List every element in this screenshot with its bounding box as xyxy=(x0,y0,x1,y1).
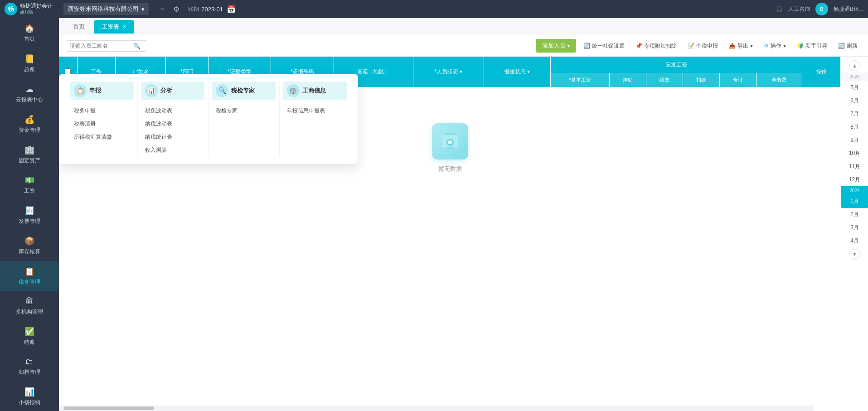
menu-item-tax-expert[interactable]: 税检专家 xyxy=(212,104,276,117)
menu-item-tax-burden[interactable]: 税负波动表 xyxy=(141,104,205,117)
cal-month-8[interactable]: 8月 xyxy=(841,121,868,134)
tax-return-icon: 📝 xyxy=(688,43,694,49)
shenbao-icon: 📋 xyxy=(74,84,87,97)
tab-home[interactable]: 首页 xyxy=(66,20,92,34)
ledger-icon: 📒 xyxy=(24,54,34,64)
refresh-action[interactable]: 🔄 刷新 xyxy=(834,40,861,52)
sidebar-item-fund[interactable]: 💰 资金管理 xyxy=(0,109,59,140)
special-deduct-action[interactable]: 📌 专项附加扣除 xyxy=(632,40,680,52)
sidebar-label-cloud-report: 云报表中心 xyxy=(16,96,43,104)
main-layout: 🏠 首页 📒 总账 ☁ 云报表中心 💰 资金管理 🏢 固定资产 💵 工资 🧾 发… xyxy=(0,18,868,411)
help-label[interactable]: 人工咨询 xyxy=(788,5,810,13)
menu-item-annual-report[interactable]: 年报信息申报表 xyxy=(283,104,347,117)
export-chevron: ▾ xyxy=(750,43,753,49)
shuijian-icon: 🔍 xyxy=(216,84,228,97)
sidebar-item-multi-org[interactable]: 🏛 多机构管理 xyxy=(0,291,59,321)
sidebar-label-ledger: 总账 xyxy=(24,66,35,73)
cal-month-2[interactable]: 2月 xyxy=(841,208,868,221)
cal-year-2023-label: 2023 xyxy=(841,73,868,81)
menu-item-income-tax[interactable]: 所得税汇算清缴 xyxy=(70,131,134,144)
cal-month-10[interactable]: 10月 xyxy=(841,147,868,160)
header-actions: + ⚙ xyxy=(158,4,181,15)
empty-text: 暂无数据 xyxy=(438,165,462,173)
user-label[interactable]: 畅捷通B组... xyxy=(834,5,863,13)
sidebar-label-fund: 资金管理 xyxy=(19,126,40,134)
headset-icon: 🎧 xyxy=(776,6,783,12)
home-icon: 🏠 xyxy=(24,24,34,34)
calendar-icon[interactable]: 📅 xyxy=(225,4,238,15)
sidebar-label-invoice: 发票管理 xyxy=(19,218,40,225)
logo-area: 畅 畅捷通好会计 旗舰版 xyxy=(5,3,63,15)
company-selector[interactable]: 西安虾米网络科技有限公司 ▾ xyxy=(63,3,149,15)
cal-month-12[interactable]: 12月 xyxy=(841,173,868,186)
gear-icon: ⚙ xyxy=(764,43,769,49)
cal-month-5[interactable]: 5月 xyxy=(841,81,868,94)
sidebar-item-invoice[interactable]: 🧾 发票管理 xyxy=(0,200,59,231)
select-all-checkbox[interactable] xyxy=(65,68,71,74)
menu-item-tax-return[interactable]: 税务申报 xyxy=(70,104,134,117)
period-label: 账期 xyxy=(188,5,199,13)
tab-salary[interactable]: 工资表 ✕ xyxy=(94,20,134,34)
operations-chevron: ▾ xyxy=(783,43,786,49)
cal-month-1-active[interactable]: 1月 xyxy=(841,195,868,208)
menu-section-gongshang-header: 🏢 工商信息 xyxy=(283,82,347,100)
sidebar-item-salary[interactable]: 💵 工资 xyxy=(0,170,59,200)
settings-icon[interactable]: ⚙ xyxy=(171,4,181,15)
sidebar-item-inventory[interactable]: 📦 库存核算 xyxy=(0,231,59,261)
sidebar-item-archive[interactable]: 🗂 归档管理 xyxy=(0,352,59,382)
sidebar-item-checkout[interactable]: ✅ 结账 xyxy=(0,321,59,352)
tax-return-label: 个税申报 xyxy=(696,42,718,50)
shenbao-title: 申报 xyxy=(89,87,101,95)
new-guide-action[interactable]: 🔰 新手引导 xyxy=(793,40,831,52)
export-action[interactable]: 📤 导出 ▾ xyxy=(725,40,756,52)
cal-nav-up[interactable]: ▲ xyxy=(849,60,860,71)
add-company-icon[interactable]: + xyxy=(158,4,166,14)
sidebar-item-xiao-report[interactable]: 📊 小畅报销 xyxy=(0,382,59,411)
cal-nav-down[interactable]: ▼ xyxy=(849,249,860,260)
horizontal-scrollbar[interactable] xyxy=(63,406,154,410)
sidebar-item-home[interactable]: 🏠 首页 xyxy=(0,18,59,48)
sidebar-label-tax: 税务管理 xyxy=(19,278,40,286)
sidebar-label-multi-org: 多机构管理 xyxy=(16,308,43,316)
sidebar-label-checkout: 结账 xyxy=(24,338,35,346)
cal-month-3[interactable]: 3月 xyxy=(841,221,868,234)
menu-section-fenxi-header: 📊 分析 xyxy=(141,82,205,100)
table-wrap: 工号 ↕ *姓名 *部门 *证据类型 *证据号码 国籍（地区） *人员状态 ▾ … xyxy=(59,57,841,411)
menu-item-income-calc[interactable]: 收入测算 xyxy=(141,144,205,157)
menu-item-tax-wave[interactable]: 纳税波动表 xyxy=(141,117,205,131)
cal-month-9[interactable]: 9月 xyxy=(841,134,868,147)
social-insurance-action[interactable]: 🔄 统一社保设置 xyxy=(580,40,628,52)
sidebar-item-tax[interactable]: 📋 税务管理 xyxy=(0,261,59,291)
cal-month-6[interactable]: 6月 xyxy=(841,94,868,107)
empty-icon xyxy=(432,123,468,160)
scrollbar-area xyxy=(59,406,814,411)
tax-return-action[interactable]: 📝 个税申报 xyxy=(684,40,722,52)
tab-salary-close[interactable]: ✕ xyxy=(122,24,126,30)
cal-month-7[interactable]: 7月 xyxy=(841,107,868,121)
header-right: 🎧 人工咨询 B 畅捷通B组... xyxy=(776,3,863,15)
company-name: 西安虾米网络科技有限公司 xyxy=(68,5,139,13)
refresh-label: 刷新 xyxy=(847,42,858,50)
social-insurance-label: 统一社保设置 xyxy=(592,42,625,50)
add-person-button[interactable]: 添加人员 ▾ xyxy=(536,39,576,53)
logo-icon: 畅 xyxy=(5,3,17,15)
gongshang-icon: 🏢 xyxy=(287,84,300,97)
cal-month-4[interactable]: 4月 xyxy=(841,234,868,247)
sidebar-item-cloud-report[interactable]: ☁ 云报表中心 xyxy=(0,79,59,109)
sidebar-item-ledger[interactable]: 📒 总账 xyxy=(0,48,59,79)
operations-action[interactable]: ⚙ 操作 ▾ xyxy=(760,40,790,52)
search-input-wrap[interactable]: 🔍 xyxy=(66,40,147,52)
archive-icon: 🗂 xyxy=(25,357,34,367)
th-deduction: 扣款 xyxy=(683,73,719,87)
th-base-salary: *基本工资 xyxy=(550,73,609,87)
sidebar-item-fixed-assets[interactable]: 🏢 固定资产 xyxy=(0,140,59,170)
menu-section-shenbao: 📋 申报 税务申报 税表清册 所得税汇算清缴 xyxy=(67,82,138,157)
th-pension: 养老费 xyxy=(756,73,802,87)
search-input[interactable] xyxy=(70,43,133,49)
menu-item-tax-table[interactable]: 税表清册 xyxy=(70,117,134,131)
cal-month-11[interactable]: 11月 xyxy=(841,160,868,173)
inventory-icon: 📦 xyxy=(24,236,34,246)
calendar-panel: ▲ 2023 5月 6月 7月 8月 9月 10月 11月 12月 2024 1… xyxy=(841,57,868,411)
xiao-report-icon: 📊 xyxy=(24,387,34,397)
menu-item-tax-stats[interactable]: 纳税统计表 xyxy=(141,131,205,144)
